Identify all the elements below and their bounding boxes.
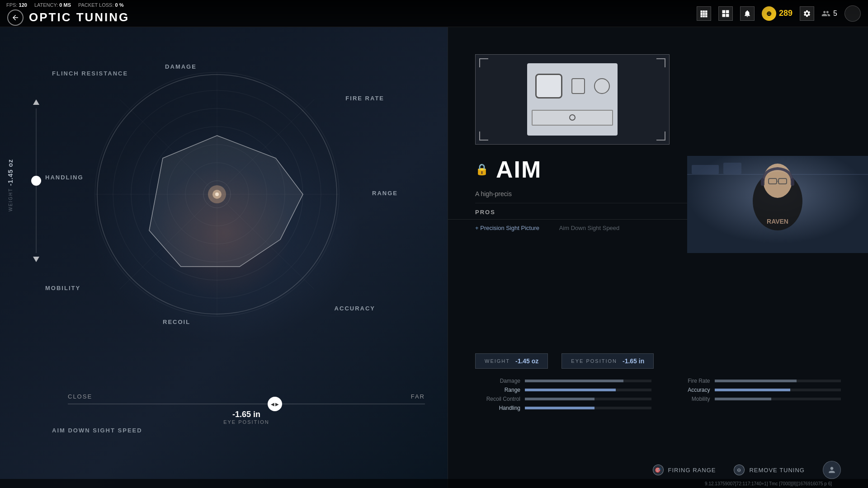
stat-bar-fill: [715, 380, 797, 382]
stat-name: Fire Rate: [665, 378, 710, 384]
remove-tuning-button[interactable]: ⊖ REMOVE TUNING: [734, 465, 805, 475]
coordinates-bar: 9.12.13759007[72:117:1740+1] Tmc [7000][…: [0, 479, 868, 488]
profile-bottom-icon[interactable]: [823, 461, 841, 479]
radar-svg: [23, 63, 411, 325]
svg-text:RAVEN: RAVEN: [767, 218, 788, 225]
stat-bar-track: [715, 398, 841, 400]
svg-point-28: [215, 192, 219, 196]
eye-position-label: EYE POSITION: [68, 419, 425, 425]
stat-bar-track: [715, 389, 841, 391]
grid-icon[interactable]: [718, 6, 733, 21]
svg-marker-25: [149, 136, 303, 267]
svg-rect-38: [761, 178, 764, 186]
stat-name: Mobility: [665, 396, 710, 402]
stat-bar-track: [525, 389, 651, 391]
stat-bar-fill: [525, 407, 594, 409]
svg-rect-8: [705, 15, 708, 17]
tuning-values-row: WEIGHT -1.45 oz EYE POSITION -1.65 in: [475, 353, 841, 369]
svg-rect-32: [723, 163, 741, 174]
aim-down-sight-speed-label: AIM DOWN SIGHT SPEED: [52, 427, 142, 434]
svg-rect-6: [701, 15, 703, 17]
weight-slider-thumb[interactable]: [31, 176, 41, 186]
eye-position-slider-group[interactable]: CLOSE FAR ◀▶ -1.65 in EYE POSITION: [68, 393, 425, 425]
eye-position-track[interactable]: ◀▶: [68, 404, 425, 404]
svg-rect-31: [692, 165, 719, 174]
bottom-buttons: 🎯 FIRING RANGE ⊖ REMOVE TUNING: [448, 461, 868, 479]
bell-icon[interactable]: [740, 6, 755, 21]
svg-rect-12: [726, 14, 729, 17]
svg-rect-39: [791, 178, 794, 186]
main-left-panel: FLINCH RESISTANCE AIM DOWN SIGHT SPEED D…: [0, 27, 448, 488]
webcam-overlay: RAVEN: [687, 156, 868, 253]
stat-row: Damage: [475, 378, 651, 384]
remove-tuning-icon: ⊖: [734, 465, 745, 475]
stat-name: Recoil Control: [475, 396, 520, 402]
stat-name: Damage: [475, 378, 520, 384]
eye-position-thumb[interactable]: ◀▶: [268, 397, 282, 411]
svg-rect-3: [701, 13, 703, 15]
top-bar: FPS: 120 LATENCY: 0 MS PACKET LOSS: 0 % …: [0, 0, 868, 27]
svg-rect-10: [726, 10, 729, 13]
stat-bar-track: [525, 407, 651, 409]
stat-bar-fill: [525, 398, 594, 400]
weight-up-arrow[interactable]: [33, 99, 39, 105]
stat-bar-fill: [525, 380, 623, 382]
back-button[interactable]: [7, 9, 24, 26]
stat-bar-fill: [525, 389, 616, 391]
weight-tuning-box: WEIGHT -1.45 oz: [475, 353, 548, 369]
aim-title: AIM: [496, 156, 542, 183]
lock-icon: 🔒: [475, 163, 489, 176]
packet-loss-stat: PACKET LOSS: 0 %: [78, 2, 124, 8]
svg-rect-9: [722, 10, 726, 13]
svg-rect-0: [701, 10, 703, 13]
fps-stat: FPS: 120: [6, 2, 27, 8]
svg-rect-1: [703, 10, 705, 13]
stat-row: Handling: [475, 405, 651, 411]
svg-rect-4: [703, 13, 705, 15]
eye-position-tuning-box: EYE POSITION -1.65 in: [561, 353, 654, 369]
stat-bars-grid: DamageFire RateRangeAccuracyRecoil Contr…: [475, 378, 841, 411]
radar-chart: DAMAGE FIRE RATE HANDLING RANGE MOBILITY…: [23, 63, 411, 325]
stat-bar-track: [525, 380, 651, 382]
weight-slider-track[interactable]: [36, 108, 37, 253]
optic-preview-box: [475, 54, 670, 145]
menu-icon[interactable]: [697, 6, 711, 21]
weight-down-arrow[interactable]: [33, 257, 39, 262]
tuning-stats-panel: WEIGHT -1.45 oz EYE POSITION -1.65 in Da…: [448, 353, 868, 411]
settings-icon[interactable]: [800, 6, 814, 21]
main-right-panel: 🔒 AIM A high-precis PROS + Precision Sig…: [448, 27, 868, 488]
currency-display: ⊕ 289: [762, 6, 793, 21]
stat-bar-track: [715, 380, 841, 382]
stat-row: Recoil Control: [475, 396, 651, 402]
webcam-feed: RAVEN: [687, 156, 868, 253]
stat-row: Accuracy: [665, 387, 841, 393]
thumb-arrows: ◀▶: [271, 402, 279, 407]
stat-name: Range: [475, 387, 520, 393]
stat-bar-fill: [715, 389, 791, 391]
weight-value-display: -1.45 oz WEIGHT: [7, 145, 14, 226]
svg-rect-5: [705, 13, 708, 15]
stat-row: Mobility: [665, 396, 841, 402]
currency-icon: ⊕: [762, 6, 776, 21]
firing-range-button[interactable]: 🎯 FIRING RANGE: [653, 465, 716, 475]
stat-row: Fire Rate: [665, 378, 841, 384]
svg-rect-2: [705, 10, 708, 13]
stat-name: Handling: [475, 405, 520, 411]
profile-icon[interactable]: [844, 5, 861, 22]
latency-stat: LATENCY: 0 MS: [34, 2, 71, 8]
page-title: OPTIC TUNING: [29, 10, 129, 24]
slider-range-labels: CLOSE FAR: [68, 393, 425, 400]
svg-rect-7: [703, 15, 705, 17]
topbar-right: ⊕ 289 5: [697, 5, 861, 22]
optic-preview-image: [527, 63, 618, 136]
weight-slider-group[interactable]: [25, 99, 47, 262]
svg-rect-11: [722, 14, 726, 17]
stat-bar-track: [525, 398, 651, 400]
level-icon: [821, 9, 830, 18]
stat-bar-fill: [715, 398, 772, 400]
eye-position-value: -1.65 in: [68, 410, 425, 419]
firing-range-icon: 🎯: [653, 465, 664, 475]
level-display: 5: [821, 9, 837, 18]
stat-row: Range: [475, 387, 651, 393]
stat-name: Accuracy: [665, 387, 710, 393]
